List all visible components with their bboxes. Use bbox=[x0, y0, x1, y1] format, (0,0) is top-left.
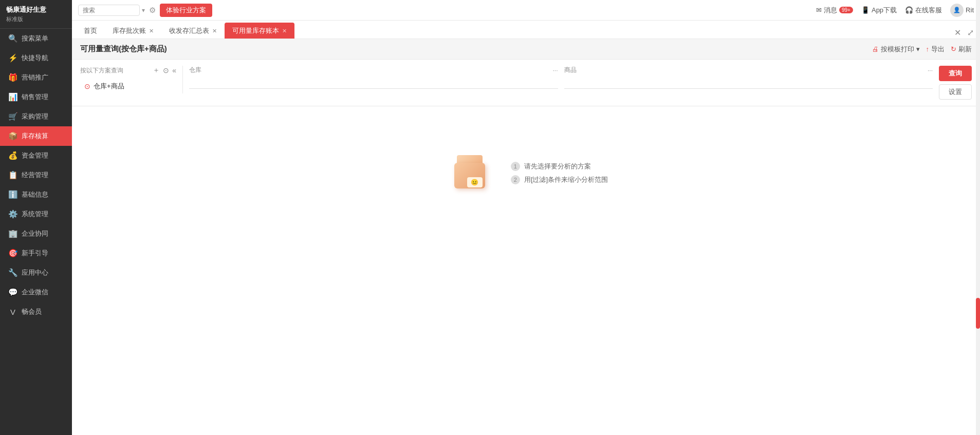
online-service-button[interactable]: 🎧 在线客服 bbox=[905, 6, 942, 15]
export-icon: ↑ bbox=[926, 45, 930, 53]
page-content: 可用量查询(按仓库+商品) 🖨 按模板打印 ▾ ↑ 导出 ↻ 刷新 bbox=[72, 39, 980, 435]
tab-close-1[interactable]: ✕ bbox=[149, 28, 154, 34]
refresh-button[interactable]: ↻ 刷新 bbox=[951, 45, 972, 54]
sidebar-icon-4: 🛒 bbox=[8, 112, 17, 121]
tab-close-3[interactable]: ✕ bbox=[282, 28, 287, 34]
tab-首页[interactable]: 首页 bbox=[76, 23, 105, 39]
warehouse-input[interactable] bbox=[189, 77, 558, 89]
box-robot-body: 😐 bbox=[454, 163, 485, 188]
sidebar-icon-5: 📦 bbox=[8, 131, 17, 141]
empty-illustration: 😐 bbox=[444, 147, 495, 199]
sidebar-icon-3: 📊 bbox=[8, 92, 17, 102]
sidebar-item-系统管理[interactable]: ⚙️ 系统管理 bbox=[0, 204, 72, 224]
sidebar-icon-0: 🔍 bbox=[8, 34, 17, 43]
sidebar-nav: 🔍 搜索菜单 ⚡ 快捷导航 🎁 营销推广 📊 销售管理 🛒 采购管理 📦 库存核… bbox=[0, 29, 72, 435]
export-label: 导出 bbox=[931, 45, 945, 54]
sidebar-icon-12: 🔧 bbox=[8, 268, 17, 277]
notification-button[interactable]: ✉ 消息 99+ bbox=[816, 6, 853, 15]
sidebar-label-4: 采购管理 bbox=[22, 112, 48, 121]
sidebar-item-营销推广[interactable]: 🎁 营销推广 bbox=[0, 68, 72, 87]
tab-expand-button[interactable]: ⤢ bbox=[965, 27, 976, 39]
settings-button[interactable]: 设置 bbox=[939, 84, 972, 100]
tab-label-3: 可用量库存账本 bbox=[232, 26, 279, 35]
sidebar-label-9: 系统管理 bbox=[22, 210, 48, 219]
sidebar-icon-8: ℹ️ bbox=[8, 190, 17, 199]
sidebar-icon-11: 🎯 bbox=[8, 249, 17, 258]
topbar-search: ▾ bbox=[78, 5, 145, 16]
warehouse-more-button[interactable]: ··· bbox=[552, 67, 558, 74]
search-input[interactable] bbox=[78, 5, 140, 16]
avatar: 👤 bbox=[950, 4, 964, 17]
scheme-header: 按以下方案查询 ＋ ⊙ « bbox=[80, 66, 176, 75]
scheme-item-icon: ⊙ bbox=[84, 82, 90, 90]
topbar-right: ✉ 消息 99+ 📱 App下载 🎧 在线客服 👤 Rit bbox=[816, 4, 974, 17]
scheme-actions: ＋ ⊙ « bbox=[153, 66, 176, 75]
phone-icon: 📱 bbox=[861, 6, 870, 14]
settings-icon[interactable]: ⚙ bbox=[149, 6, 156, 15]
product-more-button[interactable]: ··· bbox=[928, 67, 933, 74]
edit-scheme-button[interactable]: ⊙ bbox=[163, 66, 169, 74]
hint-num-2: 2 bbox=[511, 175, 520, 184]
sidebar-item-应用中心[interactable]: 🔧 应用中心 bbox=[0, 263, 72, 282]
sidebar-label-13: 企业微信 bbox=[22, 288, 48, 297]
sidebar-item-采购管理[interactable]: 🛒 采购管理 bbox=[0, 107, 72, 126]
sidebar-icon-7: 📋 bbox=[8, 171, 17, 180]
search-chevron-icon[interactable]: ▾ bbox=[142, 7, 145, 14]
product-input[interactable] bbox=[564, 77, 933, 89]
sidebar-icon-9: ⚙️ bbox=[8, 210, 17, 219]
sidebar-icon-14: V bbox=[8, 307, 17, 316]
sidebar-label-6: 资金管理 bbox=[22, 151, 48, 160]
tab-可用量库存账本[interactable]: 可用量库存账本✕ bbox=[225, 23, 294, 39]
product-label-text: 商品 bbox=[564, 66, 577, 74]
sidebar-item-企业微信[interactable]: 💬 企业微信 bbox=[0, 282, 72, 302]
query-buttons: 查询 设置 bbox=[939, 66, 972, 100]
sidebar-item-资金管理[interactable]: 💰 资金管理 bbox=[0, 146, 72, 165]
notification-badge: 99+ bbox=[839, 7, 853, 13]
user-name: Rit bbox=[966, 6, 974, 14]
industry-solution-button[interactable]: 体验行业方案 bbox=[160, 4, 212, 17]
tab-close-all-button[interactable]: ✕ bbox=[952, 27, 963, 39]
topbar: ▾ ⚙ 体验行业方案 ✉ 消息 99+ 📱 App下载 🎧 在线客服 👤 R bbox=[72, 0, 980, 21]
print-label: 按模板打印 bbox=[881, 45, 914, 54]
scheme-item-warehouse-product[interactable]: ⊙ 仓库+商品 bbox=[80, 79, 176, 93]
edition-label: 标准版 bbox=[6, 15, 66, 23]
sidebar-item-企业协同[interactable]: 🏢 企业协同 bbox=[0, 224, 72, 243]
company-name: 畅康通好生意 bbox=[6, 5, 66, 14]
print-template-button[interactable]: 🖨 按模板打印 ▾ bbox=[872, 45, 920, 54]
sidebar-icon-1: ⚡ bbox=[8, 53, 17, 63]
scheme-section: 按以下方案查询 ＋ ⊙ « ⊙ 仓库+商品 bbox=[80, 66, 183, 93]
sidebar-item-畅会员[interactable]: V 畅会员 bbox=[0, 302, 72, 321]
sidebar-item-搜索菜单[interactable]: 🔍 搜索菜单 bbox=[0, 29, 72, 48]
hint-item-2: 2 用[过滤]条件来缩小分析范围 bbox=[511, 175, 608, 184]
sidebar-item-快捷导航[interactable]: ⚡ 快捷导航 bbox=[0, 48, 72, 68]
tab-label-2: 收发存汇总表 bbox=[169, 26, 209, 35]
sidebar-item-新手引导[interactable]: 🎯 新手引导 bbox=[0, 243, 72, 263]
tabs-controls: ✕ ⤢ bbox=[948, 27, 980, 39]
query-button[interactable]: 查询 bbox=[939, 66, 972, 81]
hint-item-1: 1 请先选择要分析的方案 bbox=[511, 162, 608, 171]
tab-库存批次账[interactable]: 库存批次账✕ bbox=[105, 23, 161, 39]
user-profile-button[interactable]: 👤 Rit bbox=[950, 4, 974, 17]
sidebar-item-基础信息[interactable]: ℹ️ 基础信息 bbox=[0, 185, 72, 204]
app-download-button[interactable]: 📱 App下载 bbox=[861, 6, 897, 15]
sidebar-label-5: 库存核算 bbox=[22, 131, 48, 141]
sidebar-label-11: 新手引导 bbox=[22, 249, 48, 258]
sidebar-icon-10: 🏢 bbox=[8, 229, 17, 238]
sidebar-icon-6: 💰 bbox=[8, 151, 17, 160]
warehouse-label-text: 仓库 bbox=[189, 66, 201, 74]
sidebar-label-8: 基础信息 bbox=[22, 190, 48, 199]
tab-close-2[interactable]: ✕ bbox=[212, 28, 217, 34]
message-icon: ✉ bbox=[816, 6, 822, 14]
sidebar-item-销售管理[interactable]: 📊 销售管理 bbox=[0, 87, 72, 107]
sidebar-label-7: 经营管理 bbox=[22, 171, 48, 180]
sidebar-item-库存核算[interactable]: 📦 库存核算 bbox=[0, 126, 72, 146]
empty-hints: 1 请先选择要分析的方案 2 用[过滤]条件来缩小分析范围 bbox=[511, 162, 608, 184]
add-scheme-button[interactable]: ＋ bbox=[153, 66, 160, 75]
sidebar-item-经营管理[interactable]: 📋 经营管理 bbox=[0, 165, 72, 185]
right-scrollbar[interactable] bbox=[976, 0, 980, 435]
export-button[interactable]: ↑ 导出 bbox=[926, 45, 945, 54]
service-icon: 🎧 bbox=[905, 6, 913, 14]
collapse-scheme-button[interactable]: « bbox=[172, 66, 176, 74]
tab-label-0: 首页 bbox=[84, 26, 97, 35]
tab-收发存汇总表[interactable]: 收发存汇总表✕ bbox=[161, 23, 225, 39]
